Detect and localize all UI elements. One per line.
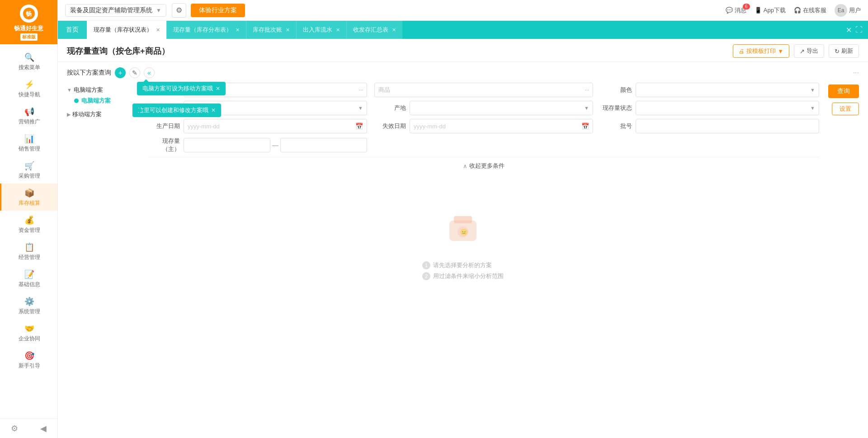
batch-input[interactable] — [636, 119, 819, 133]
app-download-label: App下载 — [764, 6, 786, 14]
collapse-more-btn[interactable]: ∧ 收起更多条件 — [148, 157, 819, 174]
refresh-icon: ↻ — [835, 48, 840, 55]
sidebar-item-label: 采购管理 — [19, 172, 40, 180]
expiry-date-input[interactable]: yyyy-mm-dd 📅 — [410, 119, 593, 133]
tab-in-out-flow[interactable]: 出入库流水 ✕ — [296, 21, 346, 39]
user-label: 用户 — [849, 6, 861, 14]
pc-scheme-group[interactable]: ▼ 电脑端方案 — [67, 85, 139, 95]
sidebar-item-label: 企业协同 — [19, 335, 40, 343]
tab-inventory-dist[interactable]: 现存量（库存分布表） ✕ — [166, 21, 246, 39]
top-header: 装备及固定资产辅助管理系统 ▼ ⚙ 体验行业方案 💬 消息 6 📱 App下载 … — [58, 0, 868, 21]
settings-bottom-btn[interactable]: ⚙ — [11, 424, 18, 433]
filter-expiry-date: 失效日期 yyyy-mm-dd 📅 — [374, 119, 593, 133]
sidebar-item-operations[interactable]: 📋 经营管理 — [0, 238, 57, 265]
sidebar-item-label: 销售管理 — [19, 145, 40, 153]
svg-rect-3 — [454, 216, 472, 223]
tab-close-all-icon[interactable]: ✕ — [846, 26, 852, 34]
printer-icon: 🖨 — [739, 48, 745, 55]
online-support-btn[interactable]: 🎧 在线客服 — [794, 6, 826, 14]
system-selector[interactable]: 装备及固定资产辅助管理系统 ▼ — [65, 4, 166, 17]
sidebar-item-label: 经营管理 — [19, 254, 40, 261]
pc-schemes: 电脑端方案 — [74, 95, 139, 106]
sidebar-item-guide[interactable]: 🎯 新手引导 — [0, 346, 57, 373]
tab-batch-ledger[interactable]: 库存批次账 ✕ — [246, 21, 296, 39]
system-name: 装备及固定资产辅助管理系统 — [70, 6, 152, 14]
sidebar-item-finance[interactable]: 💰 资金管理 — [0, 211, 57, 238]
chevron-down-icon: ··· — [585, 87, 589, 93]
filter-origin: 产地 ▼ — [374, 101, 593, 115]
tab-batch-ledger-label: 库存批次账 — [253, 26, 282, 34]
gear-button[interactable]: ⚙ — [172, 3, 186, 18]
back-btn[interactable]: « — [144, 67, 155, 78]
pc-scheme-item[interactable]: 电脑端方案 — [74, 95, 139, 106]
tab-home[interactable]: 首页 — [58, 21, 87, 39]
svg-text:😐: 😐 — [460, 228, 468, 236]
empty-tip-1: 1 请先选择要分析的方案 — [422, 261, 504, 269]
tooltip-close-btn-2[interactable]: ✕ — [211, 107, 216, 113]
product-select[interactable]: 商品 ··· — [374, 83, 593, 97]
tip-text-1: 请先选择要分析的方案 — [433, 261, 492, 269]
tab-close-icon[interactable]: ✕ — [336, 27, 340, 33]
avatar: Ea — [835, 4, 847, 17]
sidebar-item-quick[interactable]: ⚡ 快捷导航 — [0, 75, 57, 102]
print-btn[interactable]: 🖨 按模板打印 ▼ — [733, 44, 789, 58]
search-icon: 🔍 — [24, 52, 34, 62]
tab-inventory-status[interactable]: 现存量（库存状况表） ✕ — [87, 21, 166, 39]
origin-select[interactable]: ▼ — [410, 101, 593, 115]
production-date-input[interactable]: yyyy-mm-dd 📅 — [184, 119, 367, 133]
more-options-icon[interactable]: ··· — [853, 69, 859, 77]
stock-status-select[interactable]: ▼ — [636, 101, 819, 115]
page-header: 现存量查询（按仓库+商品） 🖨 按模板打印 ▼ ↗ 导出 ↻ 刷新 — [58, 39, 868, 62]
sidebar-item-system[interactable]: ⚙️ 系统管理 — [0, 292, 57, 319]
chevron-down-icon: ▼ — [810, 87, 815, 93]
stock-main-max[interactable] — [280, 138, 367, 152]
message-btn[interactable]: 💬 消息 6 — [726, 6, 746, 14]
search-actions: 查询 设置 — [828, 83, 859, 174]
tab-close-icon[interactable]: ✕ — [236, 27, 240, 33]
sidebar-item-label: 基础信息 — [19, 281, 40, 288]
mobile-scheme-group[interactable]: ▶ 移动端方案 — [67, 109, 139, 120]
dropdown-arrow-icon: ▼ — [156, 7, 161, 14]
color-label: 颜色 — [600, 86, 632, 94]
phone-icon: 📱 — [755, 7, 762, 14]
filter-title: 按以下方案查询 — [67, 69, 111, 77]
tab-close-icon[interactable]: ✕ — [286, 27, 290, 33]
app-download-btn[interactable]: 📱 App下载 — [755, 6, 786, 14]
scheme-tree-area: ▼ 电脑端方案 电脑端方案 ▶ 移动端方案 — [67, 83, 859, 174]
sidebar: 畅 畅通好生意 标准版 🔍 搜索菜单 ⚡ 快捷导航 📢 营销推广 📊 销售管理 … — [0, 0, 58, 438]
filter-grid-wrapper: ··· ··· 商品 ··· — [148, 83, 819, 174]
sidebar-item-purchase[interactable]: 🛒 采购管理 — [0, 156, 57, 184]
tab-close-icon[interactable]: ✕ — [156, 27, 160, 33]
sidebar-item-inventory[interactable]: 📦 库存核算 — [0, 184, 57, 211]
collapse-sidebar-btn[interactable]: ◀ — [40, 424, 47, 433]
tab-expand-icon[interactable]: ⛶ — [855, 26, 863, 34]
refresh-btn[interactable]: ↻ 刷新 — [829, 44, 859, 58]
tab-close-icon[interactable]: ✕ — [392, 27, 396, 33]
operations-icon: 📋 — [24, 242, 34, 252]
main-area: 装备及固定资产辅助管理系统 ▼ ⚙ 体验行业方案 💬 消息 6 📱 App下载 … — [58, 0, 868, 438]
user-btn[interactable]: Ea 用户 — [835, 4, 861, 17]
search-button[interactable]: 查询 — [828, 85, 859, 98]
filter-row-1: ··· ··· 商品 ··· — [148, 83, 819, 97]
sidebar-item-basic[interactable]: 📝 基础信息 — [0, 265, 57, 292]
print-label: 按模板打印 — [746, 47, 776, 55]
edit-scheme-btn[interactable]: ✎ — [129, 67, 140, 78]
set-button[interactable]: 设置 — [832, 103, 859, 115]
stock-main-min[interactable] — [184, 138, 270, 152]
tooltip-close-btn[interactable]: ✕ — [216, 85, 220, 92]
page-inner: 现存量查询（按仓库+商品） 🖨 按模板打印 ▼ ↗ 导出 ↻ 刷新 — [58, 39, 868, 438]
sidebar-item-search[interactable]: 🔍 搜索菜单 — [0, 48, 57, 75]
filter-header: 按以下方案查询 + ✎ « 电脑方案可设为移动方案哦 ✕ 这里可以创建和修改方案… — [67, 67, 859, 78]
basic-icon: 📝 — [24, 269, 34, 279]
logo-text: 畅通好生意 — [14, 24, 43, 33]
color-select[interactable]: ▼ — [636, 83, 819, 97]
sidebar-item-sales[interactable]: 📊 销售管理 — [0, 129, 57, 156]
export-btn[interactable]: ↗ 导出 — [794, 44, 824, 58]
sidebar-item-enterprise[interactable]: 🤝 企业协同 — [0, 319, 57, 346]
pc-scheme-name: 电脑端方案 — [81, 97, 111, 105]
sidebar-item-marketing[interactable]: 📢 营销推广 — [0, 102, 57, 129]
tab-receive-summary[interactable]: 收发存汇总表 ✕ — [346, 21, 402, 39]
scheme-dot — [74, 99, 79, 103]
try-industry-button[interactable]: 体验行业方案 — [191, 4, 245, 17]
add-scheme-btn[interactable]: + — [115, 67, 126, 78]
